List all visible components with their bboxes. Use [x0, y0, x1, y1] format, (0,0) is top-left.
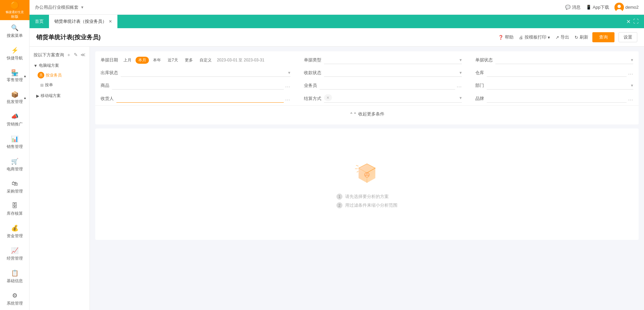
- app-logo[interactable]: 🟠 畅捷通好生意 标版: [0, 0, 30, 20]
- date-tab-last-month[interactable]: 上月: [121, 57, 134, 64]
- sales-icon: 📊: [11, 135, 18, 143]
- sidebar-item-retail[interactable]: 🏪 零售管理 ▲: [0, 65, 30, 87]
- filter-salesperson: 业务员 …: [304, 82, 462, 90]
- settlement-dropdown-icon[interactable]: ▾: [460, 95, 462, 100]
- avatar-img: [614, 3, 624, 12]
- sidebar-item-operations[interactable]: 📈 经营管理: [0, 243, 30, 265]
- tab-fullscreen-icon[interactable]: ⛶: [633, 18, 639, 24]
- refresh-btn[interactable]: ↻ 刷新: [575, 34, 588, 40]
- settlement-tag: ×: [324, 94, 332, 101]
- left-panel-header: 按以下方案查询 ＋ ✎ ≪: [30, 50, 90, 60]
- refresh-label: 刷新: [580, 34, 588, 40]
- sidebar: 🟠 畅捷通好生意 标版 🔍 搜索菜单 ⚡ 快捷导航 🏪 零售管理 ▲ 📦 批发管…: [0, 0, 30, 310]
- refresh-icon: ↻: [575, 35, 578, 40]
- date-tab-this-year[interactable]: 本年: [150, 57, 164, 64]
- finance-icon: 💰: [11, 224, 18, 232]
- brand-input[interactable]: [487, 95, 627, 103]
- app-download-btn[interactable]: 📱 App下载: [586, 4, 609, 10]
- settlement-tag-close[interactable]: ×: [327, 95, 329, 100]
- mobile-scheme-label: 移动端方案: [41, 93, 61, 99]
- sidebar-item-marketing[interactable]: 📣 营销推广: [0, 109, 30, 131]
- tab-sales-stat[interactable]: 销货单统计表（按业务员） ✕: [49, 15, 117, 28]
- receiver-more-icon[interactable]: …: [285, 96, 290, 102]
- tab-home-label: 首页: [35, 18, 44, 24]
- sidebar-item-quicknav[interactable]: ⚡ 快捷导航: [0, 43, 30, 65]
- desktop-scheme-label: 电脑端方案: [39, 63, 59, 68]
- edit-scheme-icon[interactable]: ✎: [74, 52, 78, 58]
- sidebar-finance-label: 资金管理: [7, 233, 23, 239]
- left-panel-header-icons: ＋ ✎ ≪: [66, 52, 86, 58]
- export-label: 导出: [560, 34, 569, 40]
- filter-row-1: 单据日期 上月 本月 本年 近7天 更多 自定义 20: [101, 56, 633, 64]
- goods-label: 商品: [101, 83, 109, 89]
- scheme-item-order[interactable]: ⊞ 按单: [30, 81, 90, 90]
- date-tab-custom[interactable]: 自定义: [197, 57, 214, 64]
- sidebar-item-inventory[interactable]: 🗄 库存核算: [0, 198, 30, 220]
- add-scheme-icon[interactable]: ＋: [66, 52, 71, 58]
- svg-point-7: [364, 172, 370, 177]
- settings-button[interactable]: 设置: [619, 32, 637, 42]
- export-btn[interactable]: ↗ 导出: [555, 34, 569, 40]
- sidebar-item-purchase[interactable]: 🛍 采购管理: [0, 176, 30, 198]
- filter-brand: 品牌 …: [475, 95, 633, 103]
- goods-input[interactable]: [112, 82, 284, 90]
- sidebar-purchase-label: 采购管理: [7, 189, 23, 194]
- logo-subtext: 标版: [11, 14, 18, 19]
- sidebar-item-wholesale[interactable]: 📦 批发管理 ▲: [0, 87, 30, 109]
- mobile-scheme-group[interactable]: ▶ 移动端方案: [30, 91, 90, 101]
- department-select[interactable]: ▾: [487, 82, 633, 90]
- sidebar-item-basic-info[interactable]: 📋 基础信息: [0, 265, 30, 288]
- purchase-icon: 🛍: [12, 180, 18, 187]
- sidebar-item-finance[interactable]: 💰 资金管理: [0, 220, 30, 243]
- top-dropdown-icon[interactable]: ▾: [81, 5, 84, 10]
- warehouse-input[interactable]: [487, 69, 627, 77]
- warehouse-more-icon[interactable]: …: [628, 70, 633, 76]
- avatar: [614, 3, 624, 12]
- user-profile[interactable]: demo2: [614, 3, 639, 12]
- date-tab-more[interactable]: 更多: [182, 57, 196, 64]
- filter-row-4: 收货人 … 结算方式 × ▾: [101, 94, 633, 103]
- marketing-icon: 📣: [11, 113, 18, 120]
- goods-more-icon[interactable]: …: [285, 83, 290, 89]
- search-icon: 🔍: [11, 24, 18, 32]
- sidebar-item-system[interactable]: ⚙ 系统管理: [0, 288, 30, 310]
- filter-row-2: 出库状态 ▾ 收款状态 ▾: [101, 69, 633, 77]
- sidebar-item-sales[interactable]: 📊 销售管理: [0, 131, 30, 154]
- doc-status-select[interactable]: ▾: [495, 56, 633, 64]
- svg-line-12: [357, 171, 358, 172]
- svg-line-10: [356, 165, 358, 166]
- scheme-item-salesperson[interactable]: 员 按业务员: [30, 70, 90, 81]
- settlement-label: 结算方式: [304, 96, 321, 102]
- doc-type-select[interactable]: ▾: [324, 56, 462, 64]
- salesperson-input[interactable]: [320, 82, 455, 90]
- desktop-scheme-arrow: ▼: [34, 63, 38, 68]
- doc-type-dropdown-icon: ▾: [460, 57, 462, 62]
- help-btn[interactable]: ❓ 帮助: [498, 34, 514, 40]
- tab-sales-stat-close[interactable]: ✕: [109, 19, 112, 24]
- collapse-filter-btn[interactable]: ⌃⌃ 收起更多条件: [101, 108, 633, 120]
- sidebar-item-search[interactable]: 🔍 搜索菜单: [0, 20, 30, 43]
- print-dropdown-icon: ▾: [548, 35, 550, 40]
- payment-status-select[interactable]: ▾: [324, 69, 462, 77]
- brand-more-icon[interactable]: …: [628, 96, 633, 102]
- sidebar-retail-label: 零售管理: [7, 77, 23, 83]
- query-button[interactable]: 查询: [592, 32, 614, 42]
- ship-status-select[interactable]: ▾: [121, 69, 290, 77]
- message-btn[interactable]: 💬 消息: [565, 4, 581, 10]
- filter-doc-status: 单据状态 ▾: [475, 56, 633, 64]
- receiver-input[interactable]: [116, 95, 284, 103]
- svg-point-1: [618, 5, 621, 8]
- print-btn[interactable]: 🖨 按模板打印 ▾: [519, 34, 550, 40]
- tab-close-all-icon[interactable]: ✕: [626, 18, 631, 25]
- salesperson-more-icon[interactable]: …: [457, 83, 462, 89]
- desktop-scheme-title[interactable]: ▼ 电脑端方案: [30, 61, 90, 70]
- filter-date: 单据日期 上月 本月 本年 近7天 更多 自定义 20: [101, 57, 290, 64]
- date-tab-7days[interactable]: 近7天: [165, 57, 181, 64]
- tab-home[interactable]: 首页: [30, 15, 49, 28]
- doc-status-dropdown-icon: ▾: [631, 57, 633, 62]
- collapse-panel-icon[interactable]: ≪: [80, 52, 86, 58]
- payment-status-dropdown-icon: ▾: [460, 70, 462, 75]
- date-tab-this-month[interactable]: 本月: [136, 57, 149, 64]
- sidebar-item-ecommerce[interactable]: 🛒 电商管理: [0, 154, 30, 176]
- filter-goods: 商品 …: [101, 82, 290, 90]
